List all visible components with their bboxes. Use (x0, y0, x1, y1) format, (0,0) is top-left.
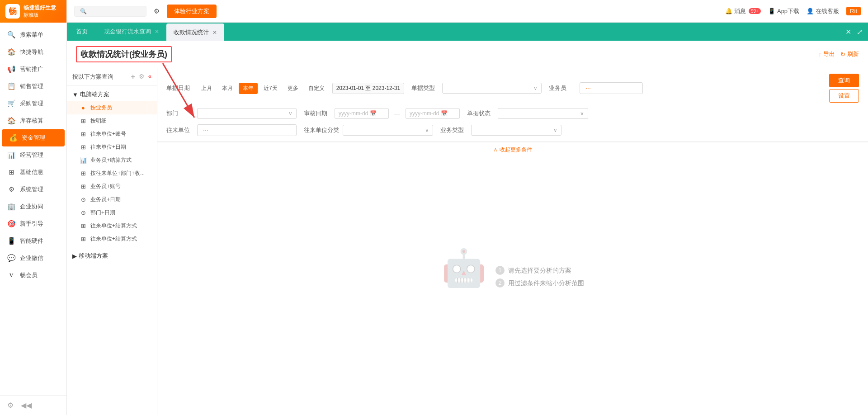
filter-counterpart-cat: 往来单位分类 ∨ (304, 125, 433, 136)
tab-home[interactable]: 首页 (67, 23, 97, 41)
sidebar-collapse-icon[interactable]: ◀◀ (21, 401, 32, 410)
tree-child-unit-account[interactable]: ⊞ 往来单位+账号 (67, 127, 157, 141)
date-tab-more[interactable]: 更多 (283, 83, 302, 94)
filter-area: 单据日期 上月 本月 本年 近7天 更多 自定义 2023-01-01 至 20… (157, 68, 868, 142)
sidebar-footer: ⚙ ◀◀ (0, 395, 66, 415)
export-btn[interactable]: ↑ 导出 (819, 50, 835, 58)
sidebar-item-inventory[interactable]: 🏠 库存核算 (0, 112, 66, 129)
tree-child-detail[interactable]: ⊞ 按明细 (67, 114, 157, 127)
docstatus-select[interactable]: ∨ (498, 108, 588, 119)
empty-content: 🤖 1 请先选择要分析的方案 2 用过滤条件来缩小分析范围 (441, 247, 584, 289)
tree-child-salesperson[interactable]: ● 按业务员 (67, 101, 157, 114)
trial-button[interactable]: 体验行业方案 (167, 5, 217, 18)
audit-date-from[interactable]: yyyy-mm-dd 📅 (335, 108, 389, 119)
content-area: 按以下方案查询 + ⚙ « ▼ 电脑端方案 ● (67, 68, 868, 415)
purchase-icon: 🛒 (7, 99, 15, 108)
tree-child-dept-date[interactable]: ⊙ 部门+日期 (67, 206, 157, 219)
tabbar-close-all-icon[interactable]: ✕ (845, 28, 851, 36)
scheme-settings-btn[interactable]: ⚙ (139, 73, 145, 81)
salesperson-more-icon[interactable]: ··· (585, 85, 591, 92)
app-logo: 畅 畅捷通好生意 标准版 (0, 0, 66, 23)
tree-child-sales-date[interactable]: ⊙ 业务员+日期 (67, 193, 157, 206)
filter-doctype: 单据类型 ∨ (411, 83, 542, 94)
tab-collection-close[interactable]: ✕ (212, 29, 217, 36)
sidebar-item-finance[interactable]: 💰 资金管理 (2, 129, 65, 146)
date-tab-thisyear[interactable]: 本年 (239, 83, 258, 94)
export-icon: ↑ (819, 51, 822, 58)
user-avatar[interactable]: Rit (846, 7, 861, 15)
sidebar-settings-icon[interactable]: ⚙ (7, 401, 14, 410)
sidebar-item-weixin[interactable]: 💬 企业微信 (0, 250, 66, 267)
tabbar-end: ✕ ⤢ (845, 28, 868, 36)
dept-select[interactable]: ∨ (197, 108, 297, 119)
tree-mobile-expand-icon: ▶ (72, 253, 77, 259)
dept-arrow-icon: ∨ (288, 110, 292, 117)
refresh-btn[interactable]: ↻ 刷新 (840, 50, 859, 58)
counterpart-select[interactable]: ··· (197, 124, 297, 136)
biz-type-select[interactable]: ∨ (471, 125, 561, 136)
doctype-select[interactable]: ∨ (442, 83, 542, 94)
sidebar-item-sales[interactable]: 📋 销售管理 (0, 78, 66, 95)
sidebar-item-system[interactable]: ⚙ 系统管理 (0, 181, 66, 198)
main-area: 🔍 ⚙ 体验行业方案 🔔 消息 99+ 📱 App下载 👤 在线客服 Rit (67, 0, 868, 415)
topbar-settings-btn[interactable]: ⚙ (154, 7, 160, 15)
sidebar-item-quicknav[interactable]: 🏠 快捷导航 (0, 43, 66, 61)
tree-mobile-parent[interactable]: ▶ 移动端方案 (67, 249, 157, 263)
sidebar-item-marketing[interactable]: 📢 营销推广 (0, 61, 66, 78)
date-tab-thismonth[interactable]: 本月 (218, 83, 237, 94)
empty-state: 🤖 1 请先选择要分析的方案 2 用过滤条件来缩小分析范围 (157, 157, 868, 415)
app-download-btn[interactable]: 📱 App下载 (768, 7, 799, 15)
sidebar-item-operations[interactable]: 📊 经营管理 (0, 146, 66, 164)
notification-btn[interactable]: 🔔 消息 99+ (725, 7, 761, 15)
filter-date: 单据日期 上月 本月 本年 近7天 更多 自定义 2023-01-01 至 20… (166, 83, 404, 94)
counterpart-more-icon[interactable]: ··· (203, 127, 208, 134)
salesperson-select[interactable]: ··· (580, 82, 643, 94)
page-header-actions: ↑ 导出 ↻ 刷新 (819, 50, 859, 58)
date-tab-7days[interactable]: 近7天 (259, 83, 282, 94)
date-tab-custom[interactable]: 自定义 (304, 83, 329, 94)
collapse-bar[interactable]: ∧ 收起更多条件 (157, 142, 868, 157)
guide-icon: 🎯 (7, 220, 15, 228)
add-scheme-btn[interactable]: + (131, 73, 135, 81)
bell-icon: 🔔 (725, 8, 732, 14)
counterpart-cat-arrow-icon: ∨ (425, 127, 429, 133)
tree-child-sales-account[interactable]: ⊞ 业务员+账号 (67, 180, 157, 193)
tree-child-unit-date[interactable]: ⊞ 往来单位+日期 (67, 141, 157, 154)
tree-child-unit-settle1[interactable]: ⊞ 往来单位+结算方式 (67, 219, 157, 232)
collapse-panel-btn[interactable]: « (148, 73, 151, 81)
tab-collection[interactable]: 收款情况统计 ✕ (166, 24, 224, 41)
download-icon: 📱 (768, 8, 775, 14)
tree-pc-section: ▼ 电脑端方案 ● 按业务员 ⊞ 按明细 ⊞ 往来单位+账号 (67, 86, 157, 247)
sidebar-item-guide[interactable]: 🎯 新手引导 (0, 215, 66, 232)
audit-date-to[interactable]: yyyy-mm-dd 📅 (406, 108, 460, 119)
tabbar-expand-icon[interactable]: ⤢ (857, 28, 863, 36)
topbar-search-icon: 🔍 (80, 8, 87, 14)
sales-icon: 📋 (7, 82, 15, 90)
empty-hints: 1 请先选择要分析的方案 2 用过滤条件来缩小分析范围 (495, 264, 584, 289)
online-service-btn[interactable]: 👤 在线客服 (807, 7, 839, 15)
sidebar-item-member[interactable]: V 畅会员 (0, 267, 66, 284)
date-tab-lastmonth[interactable]: 上月 (197, 83, 216, 94)
tree-pc-parent[interactable]: ▼ 电脑端方案 (67, 88, 157, 101)
date-range-display[interactable]: 2023-01-01 至 2023-12-31 (332, 83, 404, 94)
unit-dept-icon: ⊞ (80, 170, 87, 177)
sidebar-item-hardware[interactable]: 📱 智能硬件 (0, 232, 66, 250)
tree-child-unit-dept[interactable]: ⊞ 按往来单位+部门+收... (67, 167, 157, 180)
sidebar-item-purchase[interactable]: 🛒 采购管理 (0, 95, 66, 112)
tree-child-sales-settle[interactable]: 📊 业务员+结算方式 (67, 154, 157, 167)
finance-icon: 💰 (9, 134, 17, 142)
topbar-search[interactable]: 🔍 (74, 6, 146, 17)
home-icon: 🏠 (7, 48, 15, 56)
counterpart-cat-select[interactable]: ∨ (343, 125, 433, 136)
tab-cashflow[interactable]: 现金银行流水查询 ✕ (97, 23, 166, 41)
tree-child-unit-settle2[interactable]: ⊞ 往来单位+结算方式 (67, 232, 157, 245)
weixin-icon: 💬 (7, 254, 15, 262)
sidebar-item-enterprise[interactable]: 🏢 企业协同 (0, 198, 66, 215)
sidebar-item-search[interactable]: 🔍 搜索菜单 (0, 26, 66, 43)
sidebar-item-basic-info[interactable]: ⊞ 基础信息 (0, 164, 66, 181)
query-button[interactable]: 查询 (829, 74, 859, 87)
settings-button[interactable]: 设置 (829, 89, 859, 103)
page-header: 收款情况统计(按业务员) ↑ 导出 ↻ 刷新 (67, 41, 868, 68)
tab-cashflow-close[interactable]: ✕ (155, 28, 159, 35)
unit-settle2-icon: ⊞ (80, 236, 87, 242)
